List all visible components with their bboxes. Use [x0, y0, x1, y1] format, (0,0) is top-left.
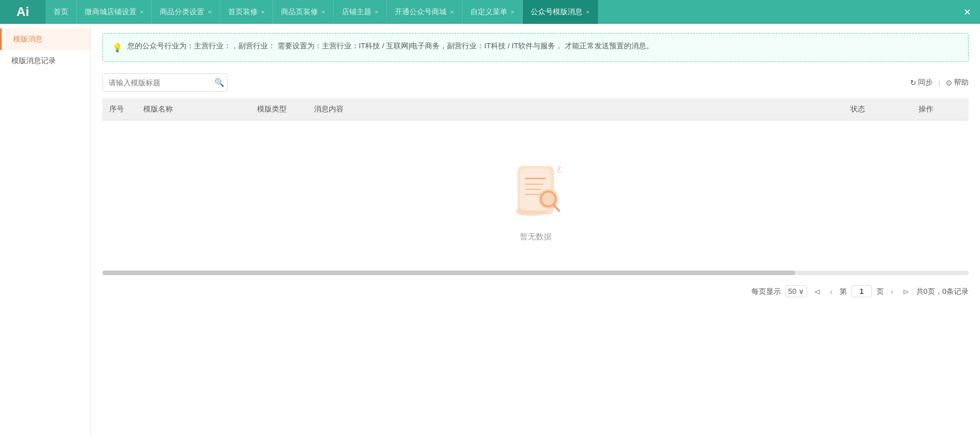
table-header-2: 模版类型: [250, 98, 307, 121]
last-page-button[interactable]: ⊳: [900, 286, 912, 297]
nav-tab-label-1: 微商城店铺设置: [85, 7, 137, 17]
main-layout: 模版消息模版消息记录 💡 您的公众号行业为：主营行业：，副营行业： 需要设置为：…: [0, 24, 980, 436]
help-label: 帮助: [954, 77, 969, 88]
notice-text-after: 才能正常发送预置的消息。: [565, 41, 654, 50]
page-input[interactable]: [851, 285, 872, 297]
table-body: 暂无数据: [102, 121, 969, 265]
nav-tab-close-2[interactable]: ×: [208, 9, 211, 15]
sync-label: 同步: [918, 77, 933, 88]
notice-text: 您的公众号行业为：主营行业：，副营行业： 需要设置为：主营行业：IT科技 / 互…: [127, 40, 654, 52]
nav-tab-2[interactable]: 商品分类设置×: [152, 0, 220, 24]
notice-icon: 💡: [112, 41, 123, 55]
search-input[interactable]: [103, 74, 210, 91]
total-label: 共0页，0条记录: [916, 286, 969, 297]
search-row: 🔍 ↻ 同步 | ⊙ 帮助: [102, 73, 969, 92]
nav-tab-8[interactable]: 公众号模版消息×: [523, 0, 598, 24]
search-button[interactable]: 🔍: [210, 78, 228, 87]
table-header-row: 序号模版名称模版类型消息内容状态操作: [102, 98, 969, 121]
search-input-wrap: 🔍: [102, 73, 228, 92]
top-nav: Ai 首页微商城店铺设置×商品分类设置×首页装修×商品页装修×店铺主题×开通公众…: [0, 0, 980, 24]
nav-tab-1[interactable]: 微商城店铺设置×: [77, 0, 152, 24]
sync-help-area: ↻ 同步 | ⊙ 帮助: [910, 77, 969, 88]
nav-tab-label-3: 首页装修: [228, 7, 258, 17]
page-unit: 页: [876, 286, 884, 297]
chevron-down-icon: ∨: [799, 287, 804, 296]
nav-tab-close-5[interactable]: ×: [375, 9, 378, 15]
sync-icon: ↻: [910, 78, 916, 87]
page-label: 第: [840, 286, 847, 297]
nav-tab-label-2: 商品分类设置: [160, 7, 204, 17]
empty-state: 暂无数据: [102, 121, 969, 265]
nav-tab-label-4: 商品页装修: [281, 7, 318, 17]
nav-tab-close-7[interactable]: ×: [511, 9, 514, 15]
page-size-select[interactable]: 50 ∨: [785, 285, 807, 297]
nav-tabs: 首页微商城店铺设置×商品分类设置×首页装修×商品页装修×店铺主题×开通公众号商城…: [46, 0, 954, 24]
nav-tab-0[interactable]: 首页: [46, 0, 77, 24]
scrollbar-thumb[interactable]: [102, 271, 795, 275]
nav-tab-4[interactable]: 商品页装修×: [273, 0, 333, 24]
nav-tab-label-8: 公众号模版消息: [531, 7, 582, 17]
main-content: 💡 您的公众号行业为：主营行业：，副营行业： 需要设置为：主营行业：IT科技 /…: [91, 24, 980, 436]
sidebar: 模版消息模版消息记录: [0, 24, 91, 436]
page-size-label: 每页显示: [751, 286, 781, 297]
prev-page-button[interactable]: ‹: [828, 286, 835, 297]
sidebar-item-0[interactable]: 模版消息: [0, 28, 90, 50]
help-button[interactable]: ⊙ 帮助: [946, 77, 969, 88]
sync-button[interactable]: ↻ 同步: [910, 77, 933, 88]
horizontal-scrollbar[interactable]: [102, 271, 969, 275]
notice-box: 💡 您的公众号行业为：主营行业：，副营行业： 需要设置为：主营行业：IT科技 /…: [102, 33, 969, 62]
sidebar-item-1[interactable]: 模版消息记录: [0, 50, 90, 72]
nav-tab-close-8[interactable]: ×: [586, 9, 589, 15]
table-header-5: 操作: [912, 98, 969, 121]
notice-text-before: 您的公众号行业为：主营行业：，副营行业：: [127, 41, 275, 50]
empty-state-row: 暂无数据: [102, 121, 969, 265]
nav-tab-label-5: 店铺主题: [342, 7, 371, 17]
toolbar-divider: |: [938, 78, 940, 87]
first-page-button[interactable]: ⊲: [812, 286, 823, 297]
nav-tab-label-6: 开通公众号商城: [395, 7, 446, 17]
nav-tab-7[interactable]: 自定义菜单×: [462, 0, 523, 24]
empty-text: 暂无数据: [520, 232, 552, 242]
nav-tab-close-6[interactable]: ×: [450, 9, 453, 15]
table-header-4: 状态: [843, 98, 912, 121]
search-icon: 🔍: [214, 78, 224, 87]
nav-tab-close-3[interactable]: ×: [261, 9, 264, 15]
data-table: 序号模版名称模版类型消息内容状态操作: [102, 98, 969, 265]
table-header-0: 序号: [102, 98, 137, 121]
page-size-value: 50: [788, 287, 796, 296]
notice-highlight: 需要设置为：主营行业：IT科技 / 互联网|电子商务，副营行业：IT科技 / I…: [278, 41, 563, 50]
nav-tab-5[interactable]: 店铺主题×: [334, 0, 387, 24]
nav-tab-close-4[interactable]: ×: [321, 9, 325, 15]
help-icon: ⊙: [946, 78, 952, 87]
table-header: 序号模版名称模版类型消息内容状态操作: [102, 98, 969, 121]
pagination-row: 每页显示 50 ∨ ⊲ ‹ 第 页 › ⊳ 共0页，0条记录: [102, 281, 969, 302]
svg-line-7: [553, 205, 559, 211]
next-page-button[interactable]: ›: [888, 286, 896, 297]
nav-tab-6[interactable]: 开通公众号商城×: [387, 0, 462, 24]
close-all-button[interactable]: ✕: [954, 7, 980, 18]
nav-tab-label-7: 自定义菜单: [470, 7, 507, 17]
nav-tab-close-1[interactable]: ×: [140, 9, 143, 15]
table-header-1: 模版名称: [137, 98, 250, 121]
nav-tab-3[interactable]: 首页装修×: [220, 0, 273, 24]
table-header-3: 消息内容: [307, 98, 843, 121]
app-logo: Ai: [0, 0, 46, 24]
empty-illustration: [502, 155, 570, 223]
nav-tab-label-0: 首页: [53, 7, 68, 17]
